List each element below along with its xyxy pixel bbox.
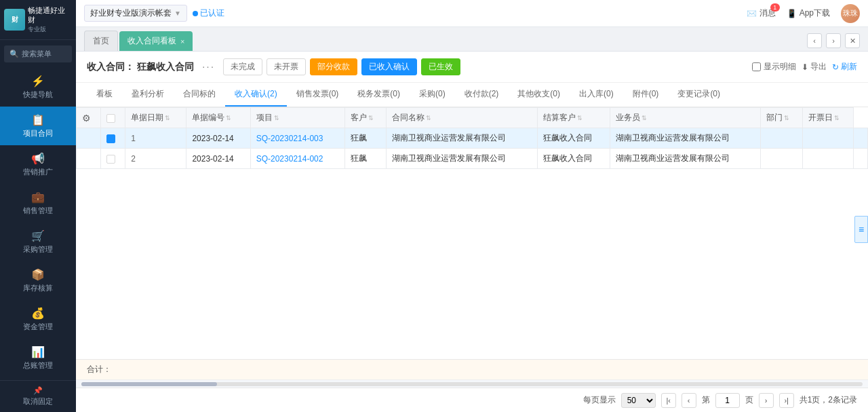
col-header-invoice_date[interactable]: 开票日⇅ [802, 108, 854, 128]
refresh-button[interactable]: ↻ 刷新 [832, 61, 857, 73]
sidebar-item-quick-nav[interactable]: ⚡ 快捷导航 [0, 68, 76, 107]
next-tab-button[interactable]: › [826, 33, 841, 48]
subtab-收付款[interactable]: 收付款(2) [455, 83, 509, 107]
more-options-icon[interactable]: ··· [202, 61, 215, 73]
col-header-customer[interactable]: 客户⇅ [344, 108, 386, 128]
col-header-number[interactable]: 单据编号⇅ [186, 108, 250, 128]
total-info: 共1页，2条记录 [800, 394, 857, 406]
table-row[interactable]: 22023-02-14SQ-20230214-002狂飙湖南卫视商业运营发展有限… [77, 149, 868, 169]
sidebar-item-purchase[interactable]: 🛒采购管理 [0, 223, 76, 261]
search-menu-button[interactable]: 🔍 搜索菜单 [4, 45, 72, 62]
sidebar-item-label: 采购管理 [23, 244, 53, 255]
close-all-tabs-button[interactable]: ✕ [845, 33, 860, 48]
app-download-button[interactable]: 📱 App下载 [787, 7, 830, 19]
subtab-合同标的[interactable]: 合同标的 [174, 83, 225, 107]
table-area: ⚙单据日期⇅单据编号⇅项目⇅客户⇅合同名称⇅结算客户⇅业务员⇅部门⇅开票日⇅ 1… [76, 107, 868, 359]
show-detail-checkbox[interactable]: 显示明细 [752, 61, 796, 73]
sidebar-search-area: 🔍 搜索菜单 [0, 40, 76, 68]
subtab-采购[interactable]: 采购(0) [410, 83, 455, 107]
subtab-盈利分析[interactable]: 盈利分析 [122, 83, 174, 107]
close-tab-icon[interactable]: × [180, 37, 184, 45]
select-all-checkbox[interactable] [106, 114, 115, 123]
cell-settings-0 [77, 128, 101, 149]
subtab-收入确认[interactable]: 收入确认(2) [225, 83, 287, 107]
subtab-变更记录[interactable]: 变更记录(0) [668, 83, 730, 107]
sidebar-item-capital[interactable]: 💰资金管理 [0, 300, 76, 339]
prev-page-button[interactable]: ‹ [682, 393, 696, 408]
table-footer: 合计： [76, 359, 868, 379]
cell-num-0: 1 [125, 128, 186, 149]
cell-number-1: SQ-20230214-002 [250, 149, 344, 169]
table-row[interactable]: 12023-02-14SQ-20230214-003狂飙湖南卫视商业运营发展有限… [77, 128, 868, 149]
subtab-出入库[interactable]: 出入库(0) [570, 83, 623, 107]
right-panel-toggle-button[interactable]: ≡ [854, 216, 868, 243]
sort-icon-billing_customer[interactable]: ⇅ [577, 115, 583, 121]
horizontal-scrollbar[interactable] [76, 379, 868, 388]
home-tab[interactable]: 首页 [84, 31, 118, 51]
sort-icon-project[interactable]: ⇅ [274, 115, 279, 121]
user-avatar[interactable]: 珠珠 [841, 4, 860, 23]
subtab-税务发票[interactable]: 税务发票(0) [348, 83, 410, 107]
sort-icon-salesperson[interactable]: ⇅ [642, 115, 647, 121]
project-icon: 📋 [31, 113, 45, 126]
col-header-department[interactable]: 部门⇅ [761, 108, 802, 128]
last-page-button[interactable]: ›| [779, 393, 794, 408]
first-page-button[interactable]: |‹ [661, 393, 676, 408]
subtab-附件[interactable]: 附件(0) [623, 83, 669, 107]
sidebar-nav: 📋项目合同📢营销推广💼销售管理🛒采购管理📦库存核算💰资金管理📊总账管理🧾发票管理… [0, 107, 76, 380]
export-button[interactable]: ⬇ 导出 [802, 61, 827, 73]
subtab-销售发票[interactable]: 销售发票(0) [287, 83, 349, 107]
record-link-1[interactable]: SQ-20230214-002 [256, 154, 323, 164]
status-btn-已生效[interactable]: 已生效 [421, 58, 460, 75]
sidebar-item-general[interactable]: 📊总账管理 [0, 339, 76, 377]
sidebar-item-project[interactable]: 📋项目合同 [0, 107, 76, 145]
sort-icon-number[interactable]: ⇅ [226, 115, 231, 121]
per-page-select[interactable]: 102050100 [621, 393, 656, 408]
sort-icon-department[interactable]: ⇅ [784, 115, 789, 121]
prev-tab-button[interactable]: ‹ [807, 33, 822, 48]
show-detail-input[interactable] [752, 62, 761, 71]
col-header-billing_customer[interactable]: 结算客户⇅ [537, 108, 610, 128]
company-selector[interactable]: 好业财专业版演示帐套 ▼ [84, 5, 187, 22]
message-button[interactable]: ✉️ 消息 1 [747, 7, 776, 19]
inventory-icon: 📦 [31, 268, 45, 281]
col-header-contract[interactable]: 合同名称⇅ [387, 108, 538, 128]
row-checkbox-1[interactable] [106, 155, 115, 164]
row-checkbox-0[interactable] [106, 134, 115, 143]
sort-icon-customer[interactable]: ⇅ [368, 115, 374, 121]
page-input[interactable] [715, 393, 740, 408]
sort-icon-contract[interactable]: ⇅ [426, 115, 431, 121]
subtab-其他收支[interactable]: 其他收支(0) [508, 83, 570, 107]
col-label-invoice_date: 开票日 [808, 112, 833, 124]
cell-checkbox-0 [101, 128, 125, 149]
col-header-salesperson[interactable]: 业务员⇅ [610, 108, 761, 128]
verified-dot-icon [193, 11, 198, 16]
cell-billing_customer-0: 湖南卫视商业运营发展有限公司 [610, 128, 761, 149]
general-icon: 📊 [31, 345, 45, 358]
status-btn-部分收款[interactable]: 部分收款 [310, 58, 357, 75]
sort-icon-date[interactable]: ⇅ [165, 115, 170, 121]
subtab-看板[interactable]: 看板 [87, 83, 122, 107]
sidebar-fix-button[interactable]: 📌 取消固定 [0, 381, 76, 412]
cell-department-1 [802, 149, 854, 169]
scrollbar-thumb[interactable] [81, 382, 217, 386]
purchase-icon: 🛒 [31, 229, 45, 242]
sidebar-item-label: 销售管理 [23, 206, 53, 216]
sidebar-item-marketing[interactable]: 📢营销推广 [0, 145, 76, 184]
record-link-0[interactable]: SQ-20230214-003 [256, 134, 323, 143]
active-tab[interactable]: 收入合同看板 × [119, 31, 193, 51]
cell-invoice_date-0 [854, 128, 868, 149]
chevron-down-icon: ▼ [174, 10, 181, 17]
sidebar-item-sales[interactable]: 💼销售管理 [0, 184, 76, 223]
sidebar-item-inventory[interactable]: 📦库存核算 [0, 261, 76, 300]
sort-icon-invoice_date[interactable]: ⇅ [834, 115, 840, 121]
status-btn-未完成[interactable]: 未完成 [223, 58, 262, 75]
next-page-button[interactable]: › [759, 393, 774, 408]
col-header-project[interactable]: 项目⇅ [250, 108, 344, 128]
sidebar-item-label: 总账管理 [23, 360, 53, 371]
col-header-date[interactable]: 单据日期⇅ [125, 108, 186, 128]
search-icon: 🔍 [9, 50, 19, 58]
status-btn-已收入确认[interactable]: 已收入确认 [361, 58, 417, 75]
status-btn-未开票[interactable]: 未开票 [267, 58, 306, 75]
settings-icon[interactable]: ⚙ [82, 113, 91, 124]
